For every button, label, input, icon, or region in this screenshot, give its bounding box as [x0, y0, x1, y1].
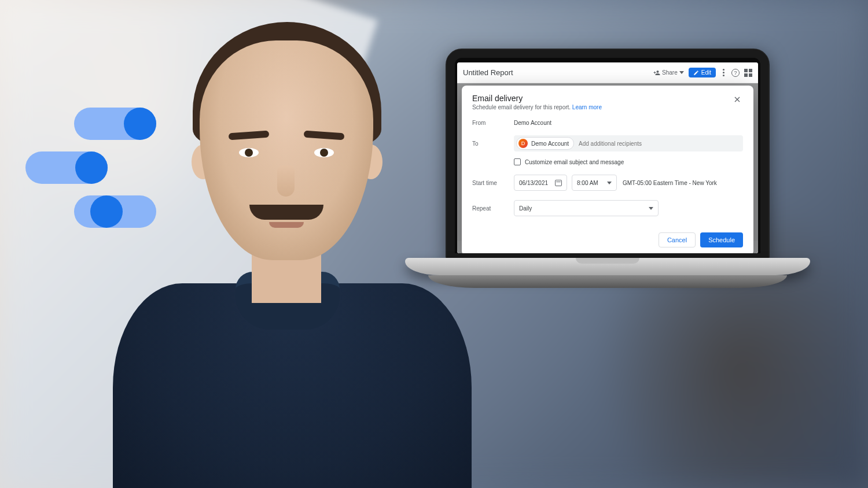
email-delivery-dialog: Email delivery Schedule email delivery f… [462, 86, 753, 253]
schedule-button[interactable]: Schedule [700, 232, 743, 247]
dialog-actions: Cancel Schedule [472, 232, 743, 247]
checkbox-icon[interactable] [514, 158, 521, 165]
cancel-button[interactable]: Cancel [659, 232, 696, 247]
time-field[interactable]: 8:00 AM [572, 175, 617, 191]
more-vert-icon[interactable] [723, 72, 724, 73]
share-button[interactable]: Share [653, 69, 684, 76]
timezone-text: GMT-05:00 Eastern Time - New York [623, 180, 717, 186]
laptop-mockup: Untitled Report Share Edit ? [405, 49, 810, 302]
edit-button[interactable]: Edit [689, 68, 716, 77]
recipient-chip-name: Demo Account [531, 141, 569, 147]
caret-down-icon [679, 71, 684, 74]
date-value: 06/13/2021 [519, 180, 548, 186]
share-label: Share [662, 69, 678, 76]
to-row: To D Demo Account [472, 135, 743, 151]
customize-label: Customize email subject and message [525, 159, 624, 165]
start-time-row: Start time 06/13/2021 8:00 AM GMT-05:00 … [472, 175, 743, 191]
app-header: Untitled Report Share Edit ? [457, 62, 758, 83]
from-row: From Demo Account [472, 120, 743, 126]
dialog-subtitle-text: Schedule email delivery for this report. [472, 104, 571, 110]
dialog-title: Email delivery [472, 94, 602, 103]
from-value: Demo Account [514, 120, 743, 126]
repeat-value: Daily [519, 205, 532, 212]
repeat-field[interactable]: Daily [514, 200, 659, 216]
repeat-row: Repeat Daily [472, 200, 743, 216]
recipient-chip[interactable]: D Demo Account [516, 137, 574, 150]
app-body: The Google Merchandise Store - Log in Em… [457, 83, 758, 253]
laptop-foot [428, 275, 787, 288]
calendar-icon [555, 179, 562, 186]
apps-grid-icon[interactable] [744, 69, 752, 77]
recipients-input[interactable]: D Demo Account [514, 135, 743, 151]
laptop-screen: Untitled Report Share Edit ? [457, 62, 758, 253]
pencil-icon [693, 70, 699, 76]
person-add-icon [653, 69, 660, 76]
dialog-subtitle: Schedule email delivery for this report.… [472, 104, 602, 110]
start-time-label: Start time [472, 180, 514, 186]
to-label: To [472, 141, 514, 147]
caret-down-icon [649, 207, 653, 210]
edit-label: Edit [701, 69, 711, 76]
repeat-label: Repeat [472, 205, 514, 212]
laptop-base [405, 258, 810, 275]
add-recipients-field[interactable] [579, 141, 741, 147]
avatar: D [518, 139, 528, 148]
caret-down-icon [607, 182, 612, 184]
date-field[interactable]: 06/13/2021 [514, 175, 567, 191]
time-value: 8:00 AM [577, 180, 598, 186]
close-icon [733, 95, 742, 104]
learn-more-link[interactable]: Learn more [572, 104, 602, 110]
close-button[interactable] [731, 94, 743, 106]
customize-row[interactable]: Customize email subject and message [514, 158, 743, 165]
from-label: From [472, 120, 514, 126]
help-icon[interactable]: ? [731, 69, 740, 77]
report-title[interactable]: Untitled Report [463, 68, 513, 77]
